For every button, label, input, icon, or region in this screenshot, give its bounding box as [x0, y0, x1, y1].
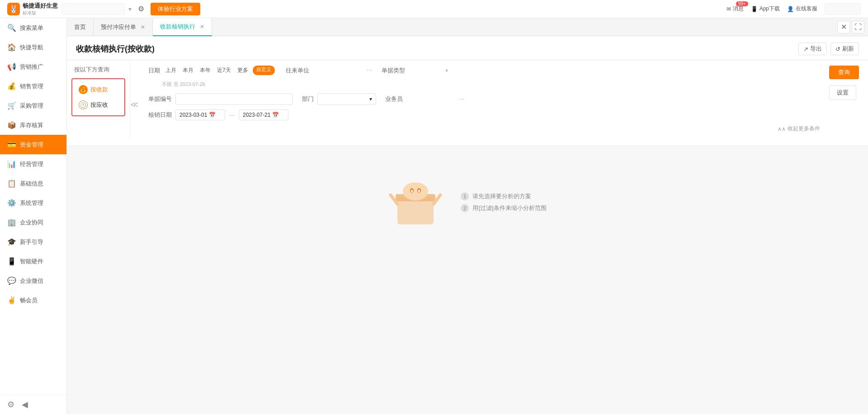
sidebar-item-purchase[interactable]: 🛒 采购管理	[0, 96, 66, 115]
empty-hint-2: 2 用[过滤]条件来缩小分析范围	[461, 204, 546, 212]
dept-select[interactable]: ▾	[317, 93, 376, 105]
date-last-month[interactable]: 上月	[164, 66, 178, 75]
system-icon: ⚙️	[7, 199, 16, 207]
sidebar-item-wechat[interactable]: 💬 企业微信	[0, 271, 66, 290]
search-icon: 🔍	[7, 24, 16, 32]
sidebar-item-label: 企业微信	[20, 277, 43, 285]
date-label: 日期	[148, 67, 160, 75]
sidebar-item-label: 畅会员	[20, 296, 38, 305]
tab-prepay[interactable]: 预付冲应付单 ✕	[94, 18, 153, 36]
service-icon: 👤	[787, 6, 794, 12]
sidebar-item-quick-nav[interactable]: 🏠 快捷导航	[0, 38, 66, 57]
sidebar-item-label: 经营管理	[20, 160, 43, 168]
tab-expand-btn[interactable]: ⛶	[852, 21, 864, 33]
counterparty-label: 往来单位	[286, 67, 309, 74]
verify-date-start-value: 2023-03-01	[179, 112, 207, 118]
voucher-type-dropdown[interactable]: ▾	[445, 67, 448, 74]
sidebar-item-label: 库存核算	[20, 121, 43, 129]
filter-collapse-btn[interactable]: ≪	[130, 60, 139, 140]
setting-button[interactable]: 设置	[829, 86, 856, 100]
refresh-button[interactable]: ↺ 刷新	[830, 43, 859, 55]
sidebar-item-operations[interactable]: 📊 经营管理	[0, 154, 66, 174]
counterparty-more-icon[interactable]: ···	[367, 66, 373, 74]
page-title: 收款核销执行(按收款)	[76, 43, 155, 54]
operations-icon: 📊	[7, 160, 16, 168]
settings-icon[interactable]: ⚙	[135, 3, 147, 15]
export-icon: ↗	[803, 46, 808, 52]
message-button[interactable]: ✉ 消息 99+	[726, 5, 744, 13]
date-7days[interactable]: 近7天	[215, 66, 233, 75]
enterprise-icon: 🏢	[7, 218, 16, 227]
verify-date-end-value: 2023-07-21	[243, 112, 270, 118]
empty-text: 1 请先选择要分析的方案 2 用[过滤]条件来缩小分析范围	[461, 192, 546, 216]
sidebar-item-guide[interactable]: 🎓 新手引导	[0, 232, 66, 252]
sidebar-item-label: 智能硬件	[20, 257, 43, 266]
app-label: App下载	[760, 5, 780, 13]
company-dropdown-icon[interactable]: ▾	[128, 5, 132, 13]
empty-illustration	[388, 181, 443, 227]
hardware-icon: 📱	[7, 257, 16, 266]
query-button[interactable]: 查询	[829, 66, 859, 79]
sidebar-item-hardware[interactable]: 📱 智能硬件	[0, 252, 66, 271]
staff-field: 业务员 ···	[385, 95, 464, 103]
filter-option-by-collection[interactable]: 💰 按收款	[72, 82, 124, 97]
sidebar-item-enterprise[interactable]: 🏢 企业协同	[0, 213, 66, 232]
verify-date-field: 核销日期 2023-03-01 📅 — 2023-07-21 📅	[148, 109, 288, 120]
sidebar-item-label: 搜索菜单	[20, 24, 43, 32]
sales-icon: 💰	[7, 82, 16, 90]
date-this-year[interactable]: 本年	[198, 66, 212, 75]
sidebar-item-search[interactable]: 🔍 搜索菜单	[0, 18, 66, 38]
refresh-label: 刷新	[842, 45, 854, 53]
sidebar-item-marketing[interactable]: 📢 营销推广	[0, 57, 66, 76]
sidebar-collapse-icon[interactable]: ◀	[22, 400, 28, 409]
company-selector[interactable]	[61, 3, 125, 15]
collapse-more-btn[interactable]: ∧∧ 收起更多条件	[148, 125, 829, 134]
page-header: 收款核销执行(按收款) ↗ 导出 ↺ 刷新	[67, 36, 868, 60]
sidebar-item-member[interactable]: ✌️ 畅会员	[0, 290, 66, 310]
tab-collection[interactable]: 收款核销执行 ✕	[153, 18, 212, 36]
staff-more-icon[interactable]: ···	[458, 95, 464, 103]
home-icon: 🏠	[7, 43, 16, 52]
user-menu[interactable]	[825, 3, 861, 15]
svg-point-2	[403, 182, 428, 200]
tab-collection-close[interactable]: ✕	[200, 24, 204, 30]
filter-option-by-receivable[interactable]: 🕐 按应收	[72, 97, 124, 113]
tab-prepay-close[interactable]: ✕	[141, 24, 145, 30]
message-badge: 99+	[736, 1, 748, 6]
sidebar-item-label: 营销推广	[20, 63, 43, 71]
export-button[interactable]: ↗ 导出	[798, 43, 827, 55]
sidebar-item-label: 系统管理	[20, 199, 43, 207]
solution-button[interactable]: 体验行业方案	[151, 3, 200, 15]
tab-close-all-btn[interactable]: ✕	[837, 21, 850, 33]
online-service-button[interactable]: 👤 在线客服	[787, 5, 817, 13]
date-separator: —	[229, 111, 235, 119]
sidebar-item-basic-info[interactable]: 📋 基础信息	[0, 174, 66, 193]
sidebar-item-label: 采购管理	[20, 102, 43, 110]
inventory-icon: 📦	[7, 121, 16, 129]
sidebar-item-sales[interactable]: 💰 销售管理	[0, 76, 66, 96]
verify-date-end[interactable]: 2023-07-21 📅	[239, 109, 288, 120]
svg-point-6	[418, 190, 420, 192]
date-more[interactable]: 更多	[236, 66, 250, 75]
purchase-icon: 🛒	[7, 101, 16, 110]
sidebar-item-label: 新手引导	[20, 238, 43, 246]
date-custom-tag[interactable]: 自定义	[253, 66, 275, 75]
verify-date-start[interactable]: 2023-03-01 📅	[175, 109, 225, 120]
tab-home[interactable]: 首页	[67, 18, 94, 36]
sidebar-settings-icon[interactable]: ⚙	[7, 400, 14, 409]
sidebar-item-inventory[interactable]: 📦 库存核算	[0, 115, 66, 135]
sidebar-item-finance[interactable]: 💳 资金管理	[0, 135, 66, 154]
filter-form: 日期 上月 本月 本年 近7天 更多 自定义	[139, 60, 868, 140]
wechat-icon: 💬	[7, 276, 16, 285]
app-download-button[interactable]: 📱 App下载	[751, 5, 780, 13]
date-quick-btns: 上月 本月 本年 近7天 更多 自定义	[164, 66, 275, 75]
logo-main: 畅捷通好生意	[23, 2, 58, 10]
voucher-no-input[interactable]	[175, 93, 293, 105]
sidebar-item-system[interactable]: ⚙️ 系统管理	[0, 193, 66, 213]
sidebar: 🔍 搜索菜单 🏠 快捷导航 📢 营销推广 💰 销售管理 🛒 采购管理 📦 库存核…	[0, 18, 67, 414]
empty-hint-1-text: 请先选择要分析的方案	[472, 192, 531, 200]
by-collection-label: 按收款	[90, 86, 108, 94]
empty-svg	[388, 181, 443, 227]
main-layout: 🔍 搜索菜单 🏠 快捷导航 📢 营销推广 💰 销售管理 🛒 采购管理 📦 库存核…	[0, 18, 868, 414]
date-this-month[interactable]: 本月	[181, 66, 195, 75]
